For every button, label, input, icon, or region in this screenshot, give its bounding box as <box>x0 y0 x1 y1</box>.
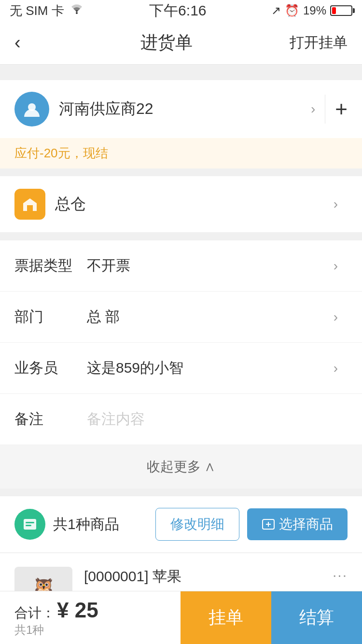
product-section-icon <box>14 509 45 540</box>
ticket-chevron-icon: › <box>334 258 338 274</box>
warehouse-name: 总仓 <box>55 194 334 215</box>
select-product-button[interactable]: 选择商品 <box>247 508 348 540</box>
svg-rect-2 <box>27 205 33 211</box>
warehouse-icon <box>14 189 45 220</box>
warehouse-section: 总仓 › <box>0 176 362 233</box>
svg-point-0 <box>76 12 78 14</box>
remarks-label: 备注 <box>14 409 87 429</box>
salesperson-row[interactable]: 业务员 这是859的小智 › <box>0 343 362 394</box>
more-button[interactable]: ··· <box>333 567 348 583</box>
ticket-type-value: 不开票 <box>87 256 334 276</box>
battery-icon <box>330 5 352 16</box>
edit-details-button[interactable]: 修改明细 <box>155 508 239 541</box>
collapse-label: 收起更多 ∧ <box>147 459 216 474</box>
status-bar: 无 SIM 卡 下午6:16 ↗ ⏰ 19% <box>0 0 362 21</box>
footer-total: 合计： ¥ 25 共1种 <box>0 591 181 644</box>
footer: 合计： ¥ 25 共1种 挂单 结算 <box>0 591 362 644</box>
department-value: 总 部 <box>87 307 334 327</box>
hang-order-button[interactable]: 挂单 <box>181 591 271 644</box>
page-title: 进货单 <box>140 31 193 55</box>
supplier-section: 河南供应商22 › + 应付-20元，现结 <box>0 80 362 168</box>
open-pending-button[interactable]: 打开挂单 <box>290 33 348 53</box>
product-count: 共1种商品 <box>53 515 148 534</box>
product-header: 共1种商品 修改明细 选择商品 <box>0 496 362 552</box>
back-button[interactable]: ‹ <box>14 32 43 53</box>
chevron-right-icon: › <box>311 101 315 117</box>
total-sub: 共1种 <box>14 622 166 638</box>
status-left: 无 SIM 卡 <box>10 2 84 19</box>
remarks-row[interactable]: 备注 备注内容 <box>0 394 362 445</box>
svg-rect-4 <box>26 522 34 523</box>
product-name: 苹果 <box>153 568 181 584</box>
select-product-label: 选择商品 <box>279 515 333 533</box>
add-supplier-button[interactable]: + <box>335 98 348 120</box>
product-title: [0000001] 苹果 <box>84 567 321 587</box>
location-icon: ↗ <box>271 4 281 17</box>
department-label: 部门 <box>14 307 87 327</box>
product-code: [0000001] <box>84 568 153 584</box>
salesperson-label: 业务员 <box>14 358 87 378</box>
ticket-type-label: 票据类型 <box>14 256 87 276</box>
supplier-name: 河南供应商22 <box>59 98 311 120</box>
carrier-label: 无 SIM 卡 <box>10 2 64 19</box>
svg-rect-5 <box>26 525 31 526</box>
divider <box>325 95 325 124</box>
remarks-value: 备注内容 <box>87 409 348 429</box>
form-section: 票据类型 不开票 › 部门 总 部 › 业务员 这是859的小智 › 备注 备注… <box>0 240 362 445</box>
supplier-avatar <box>14 92 49 126</box>
supplier-notice: 应付-20元，现结 <box>0 138 362 168</box>
salesperson-value: 这是859的小智 <box>87 358 334 378</box>
department-chevron-icon: › <box>334 309 338 325</box>
collapse-row[interactable]: 收起更多 ∧ <box>0 445 362 489</box>
time-label: 下午6:16 <box>149 1 206 21</box>
wifi-icon <box>69 3 84 18</box>
status-right: ↗ ⏰ 19% <box>271 4 352 17</box>
warehouse-row[interactable]: 总仓 › <box>0 176 362 233</box>
svg-rect-3 <box>24 519 36 530</box>
alarm-icon: ⏰ <box>285 4 299 17</box>
salesperson-chevron-icon: › <box>334 361 338 376</box>
ticket-type-row[interactable]: 票据类型 不开票 › <box>0 240 362 292</box>
warehouse-chevron-icon: › <box>334 196 338 212</box>
supplier-row[interactable]: 河南供应商22 › + <box>0 80 362 138</box>
settle-button[interactable]: 结算 <box>271 591 362 644</box>
department-row[interactable]: 部门 总 部 › <box>0 292 362 343</box>
nav-bar: ‹ 进货单 打开挂单 <box>0 21 362 65</box>
product-section: 共1种商品 修改明细 选择商品 <box>0 496 362 552</box>
battery-percent: 19% <box>303 4 326 17</box>
total-label: 合计： <box>14 604 55 622</box>
total-amount: ¥ 25 <box>57 598 98 622</box>
